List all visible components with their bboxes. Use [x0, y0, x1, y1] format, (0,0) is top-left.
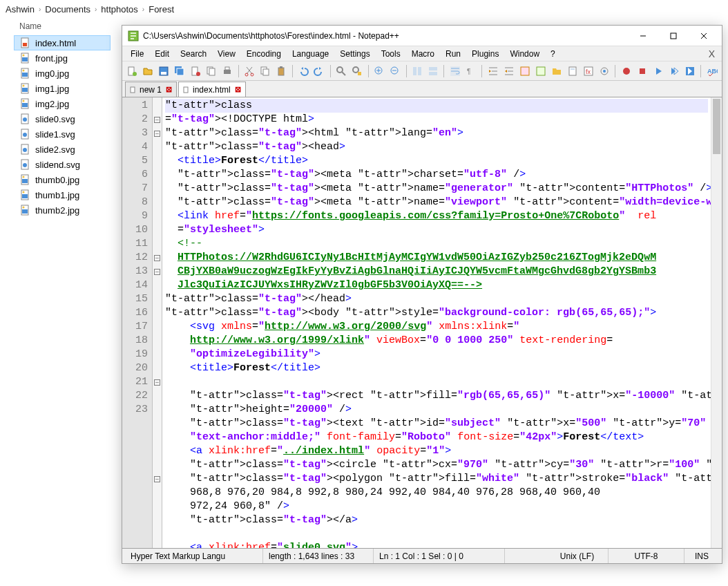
fold-gutter[interactable]: −−−−−− — [153, 97, 162, 218]
menu-window[interactable]: Window — [504, 48, 545, 60]
file-row[interactable]: index.html — [14, 35, 111, 50]
doc-map-icon[interactable] — [565, 64, 579, 79]
svg-point-19 — [23, 148, 27, 152]
close-all-icon[interactable] — [204, 64, 219, 79]
file-row[interactable]: thumb0.jpg — [14, 172, 111, 187]
find-icon[interactable] — [334, 64, 349, 79]
sync-h-icon[interactable] — [426, 64, 441, 79]
menu-encoding[interactable]: Encoding — [241, 48, 287, 60]
func-list-icon[interactable]: fx — [581, 64, 595, 79]
svg-rect-44 — [224, 70, 231, 74]
open-file-icon[interactable] — [141, 64, 155, 79]
breadcrumb-segment[interactable]: Documents — [45, 4, 90, 15]
svg-rect-60 — [429, 67, 437, 70]
svg-rect-59 — [418, 67, 421, 75]
indent-icon[interactable] — [486, 64, 500, 79]
file-icon — [20, 98, 31, 109]
notepadpp-window: C:\Users\Ashwin\Documents\httphotos\Fore… — [122, 25, 722, 218]
svg-point-15 — [23, 117, 27, 122]
minimize-button[interactable] — [628, 26, 658, 46]
file-row[interactable]: front.jpg — [14, 50, 111, 66]
fold-icon[interactable] — [517, 64, 532, 79]
close-button[interactable] — [689, 26, 719, 46]
file-row[interactable]: img1.jpg — [14, 81, 111, 96]
svg-point-13 — [23, 100, 25, 102]
save-all-icon[interactable] — [173, 64, 187, 79]
svg-point-17 — [23, 133, 27, 137]
document-tab[interactable]: index.html ⊠ — [178, 82, 246, 97]
record-icon[interactable] — [619, 64, 633, 79]
svg-rect-67 — [571, 68, 575, 70]
menu-tools[interactable]: Tools — [376, 48, 406, 60]
replace-icon[interactable] — [350, 64, 365, 79]
svg-point-35 — [133, 72, 137, 76]
zoom-out-icon[interactable] — [388, 64, 403, 79]
print-icon[interactable] — [220, 64, 235, 79]
tab-close-icon[interactable]: ⊠ — [166, 85, 172, 94]
svg-rect-55 — [358, 72, 361, 75]
file-icon — [20, 205, 31, 216]
file-name: index.html — [35, 38, 76, 48]
code-area[interactable]: "t-attr">class="t-tag"><!DOCTYPE html> "… — [162, 97, 711, 218]
save-icon[interactable] — [157, 64, 171, 79]
zoom-in-icon[interactable] — [372, 64, 387, 79]
breadcrumb-segment[interactable]: Forest — [149, 4, 174, 15]
menu-file[interactable]: File — [125, 48, 149, 60]
menu-language[interactable]: Language — [287, 48, 334, 60]
monitor-icon[interactable] — [597, 64, 611, 79]
close-file-icon[interactable] — [189, 64, 203, 79]
menu-view[interactable]: View — [212, 48, 241, 60]
copy-icon[interactable] — [258, 64, 273, 79]
svg-point-41 — [196, 72, 200, 76]
titlebar[interactable]: C:\Users\Ashwin\Documents\httphotos\Fore… — [122, 26, 722, 46]
menu-macro[interactable]: Macro — [406, 48, 440, 60]
allchars-icon[interactable]: ¶ — [463, 64, 478, 79]
file-row[interactable]: img2.jpg — [14, 96, 111, 111]
new-file-icon[interactable] — [125, 64, 140, 79]
undo-icon[interactable] — [296, 64, 311, 79]
file-row[interactable]: slide1.svg — [14, 126, 111, 142]
paste-icon[interactable] — [274, 64, 289, 79]
file-row[interactable]: slide2.svg — [14, 142, 111, 157]
menu-plugins[interactable]: Plugins — [466, 48, 504, 60]
file-row[interactable]: img0.jpg — [14, 66, 111, 81]
file-row[interactable]: thumb2.jpg — [14, 202, 111, 218]
unfold-icon[interactable] — [533, 64, 548, 79]
stop-icon[interactable] — [635, 64, 649, 79]
save-macro-icon[interactable] — [682, 64, 697, 79]
cut-icon[interactable] — [242, 64, 257, 79]
svg-point-24 — [23, 176, 25, 178]
tab-label: new 1 — [140, 85, 162, 95]
vertical-scrollbar[interactable] — [711, 97, 722, 218]
wordwrap-icon[interactable] — [448, 64, 462, 79]
scrollbar-thumb[interactable] — [713, 99, 720, 154]
folder-icon[interactable] — [549, 64, 564, 79]
svg-rect-61 — [429, 72, 437, 75]
menu-settings[interactable]: Settings — [334, 48, 375, 60]
maximize-button[interactable] — [658, 26, 689, 46]
outdent-icon[interactable] — [501, 64, 516, 79]
breadcrumb-segment[interactable]: httphotos — [101, 4, 138, 15]
menu-edit[interactable]: Edit — [149, 48, 175, 60]
document-tab[interactable]: new 1 ⊠ — [125, 82, 177, 97]
toolbar: ¶fxABC — [122, 62, 722, 81]
tab-close-icon[interactable]: ⊠ — [235, 85, 241, 94]
breadcrumb-segment[interactable]: Ashwin — [6, 4, 35, 15]
svg-rect-62 — [450, 66, 460, 76]
svg-point-30 — [23, 207, 25, 209]
redo-icon[interactable] — [312, 64, 327, 79]
menu-search[interactable]: Search — [175, 48, 212, 60]
editor[interactable]: 1234567891011121314151617181920212223 −−… — [122, 97, 722, 218]
file-row[interactable]: slide0.svg — [14, 111, 111, 126]
play-multi-icon[interactable] — [667, 64, 681, 79]
file-name: img0.jpg — [35, 68, 69, 79]
play-icon[interactable] — [651, 64, 665, 79]
file-row[interactable]: slidend.svg — [14, 157, 111, 172]
menu-run[interactable]: Run — [440, 48, 466, 60]
close-doc-icon[interactable]: X — [705, 48, 719, 59]
file-row[interactable]: thumb1.jpg — [14, 187, 111, 202]
file-name: thumb0.jpg — [35, 175, 79, 185]
sync-v-icon[interactable] — [410, 64, 425, 79]
menu-help[interactable]: ? — [545, 48, 561, 60]
spellcheck-icon[interactable]: ABC — [705, 64, 719, 79]
